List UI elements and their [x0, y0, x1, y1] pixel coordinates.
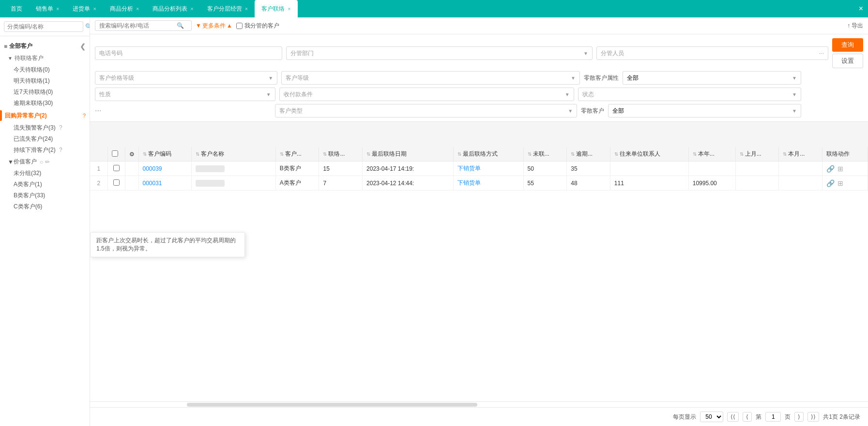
col-unit-contact[interactable]: ⇅ 往来单位联系人 [610, 147, 688, 162]
select-all-checkbox[interactable] [112, 150, 118, 157]
sidebar-lost-warning[interactable]: 流失预警客户(3) ? [0, 122, 90, 133]
row-2-check[interactable] [113, 179, 120, 186]
sidebar-value-section[interactable]: ▼ 价值客户 ○ ✏ [0, 156, 90, 168]
col-last-method[interactable]: ⇅ 最后联络方式 [454, 147, 524, 162]
price-level-filter[interactable]: 客户价格等级 ▼ [95, 71, 277, 85]
next-page-button[interactable]: ⟩ [794, 412, 804, 422]
row-1-checkbox[interactable] [107, 162, 125, 176]
nav-analysis-label: 商品分析 [110, 5, 133, 13]
filter-search-icon[interactable]: 🔍 [177, 22, 184, 29]
col-contact-count[interactable]: ⇅ 联络... [319, 147, 363, 162]
my-customer-checkbox-area[interactable]: 我分管的客户 [236, 22, 279, 30]
page-number-input[interactable] [765, 412, 781, 422]
sidebar-search-area: 🔍 [0, 17, 90, 36]
sidebar-item-overdue[interactable]: 逾期未联络(30) [0, 98, 90, 109]
decreasing-help-icon[interactable]: ? [59, 147, 62, 153]
col-name[interactable]: ⇅ 客户名称 [192, 147, 275, 162]
main-layout: 🔍 ■ 全部客户 ❮ ▼ 待联络客户 今天待联络(0) 明天待联络(1) 近7天… [0, 17, 868, 426]
tri-down-icon: ▼ [8, 56, 13, 61]
nav-analysis-list[interactable]: 商品分析列表 × [146, 0, 200, 17]
nav-purchase-close[interactable]: × [93, 6, 96, 12]
prev-page-button[interactable]: ⟨ [743, 412, 752, 422]
row-2-checkbox[interactable] [107, 176, 125, 191]
gender-filter[interactable]: 性质 ▼ [95, 88, 275, 101]
row-2-code[interactable]: 000031 [138, 176, 192, 191]
sidebar-a-class[interactable]: A类客户(1) [0, 179, 90, 190]
sidebar-lost-customers[interactable]: 已流失客户(24) [0, 133, 90, 145]
payment-filter[interactable]: 收付款条件 ▼ [279, 88, 574, 101]
row-2-grid-icon[interactable]: ⊞ [838, 179, 843, 187]
nav-sales[interactable]: 销售单 × [29, 0, 66, 17]
nav-analysis-list-close[interactable]: × [190, 6, 193, 12]
setting-button[interactable]: 设置 [832, 54, 863, 68]
manager-filter[interactable]: 分管人员 ··· [596, 46, 828, 60]
row-1-check[interactable] [113, 165, 120, 171]
window-close-button[interactable]: × [859, 4, 863, 13]
nav-customer-contact-close[interactable]: × [288, 6, 290, 12]
lost-warning-help-icon[interactable]: ? [59, 124, 62, 131]
last-page-button[interactable]: ⟩⟩ [807, 412, 819, 422]
sidebar-item-today[interactable]: 今天待联络(0) [0, 64, 90, 75]
col-this-month[interactable]: ⇅ 本月... [779, 147, 822, 162]
dots-button[interactable]: ··· [95, 106, 101, 115]
col-this-year[interactable]: ⇅ 本年... [688, 147, 735, 162]
sidebar-search-icon[interactable]: 🔍 [85, 23, 90, 30]
row-2-name [192, 176, 275, 191]
sidebar-repurchase-abnormal[interactable]: 回购异常客户(2) ? [0, 109, 90, 122]
col-code[interactable]: ⇅ 客户编码 [138, 147, 192, 162]
col-last-month[interactable]: ⇅ 上月... [735, 147, 779, 162]
col-level[interactable]: ⇅ 客户... [275, 147, 319, 162]
first-page-button[interactable]: ⟨⟨ [727, 412, 739, 422]
sidebar-all-customers[interactable]: ■ 全部客户 ❮ [0, 40, 90, 52]
repurchase-help-icon[interactable]: ? [83, 113, 86, 118]
row-1-grid-icon[interactable]: ⊞ [838, 165, 843, 173]
phone-filter[interactable]: 电话号码 [95, 46, 282, 60]
nav-purchase[interactable]: 进货单 × [66, 0, 103, 17]
nav-analysis-close[interactable]: × [136, 6, 139, 12]
per-page-label: 每页显示 [673, 413, 696, 421]
nav-customer-tier-close[interactable]: × [245, 6, 248, 12]
sidebar-item-7days[interactable]: 近7天待联络(0) [0, 87, 90, 98]
per-page-select[interactable]: 50 [700, 411, 723, 422]
nav-analysis[interactable]: 商品分析 × [103, 0, 146, 17]
table-settings-icon[interactable]: ⚙ [129, 151, 135, 158]
col-overdue[interactable]: ⇅ 逾期... [567, 147, 610, 162]
row-2-link-icon[interactable]: 🔗 [826, 179, 835, 187]
my-customer-checkbox[interactable] [236, 23, 243, 29]
manager-dots[interactable]: ··· [819, 50, 824, 57]
col-not-contacted[interactable]: ⇅ 未联... [523, 147, 567, 162]
sidebar-pending-section[interactable]: ▼ 待联络客户 [0, 52, 90, 64]
row-1-last-method[interactable]: 下销货单 [454, 162, 524, 176]
value-edit-icon[interactable]: ✏ [45, 159, 50, 165]
row-1-link-icon[interactable]: 🔗 [826, 165, 835, 173]
scrollbar-thumb[interactable] [187, 403, 477, 407]
sidebar-c-class[interactable]: C类客户(6) [0, 201, 90, 212]
row-2-last-method[interactable]: 下销货单 [454, 176, 524, 191]
retail-customer-filter[interactable]: 全部 ▼ [608, 104, 801, 118]
nav-sales-close[interactable]: × [56, 6, 59, 12]
collapse-btn[interactable]: ❮ [80, 43, 86, 50]
sidebar-decreasing[interactable]: 持续下滑客户(2) ? [0, 145, 90, 156]
sidebar-search-input[interactable] [4, 21, 83, 32]
export-button[interactable]: ↑ 导出 [847, 22, 863, 30]
customer-level-filter[interactable]: 客户等级 ▼ [281, 71, 580, 85]
query-button[interactable]: 查询 [832, 38, 863, 52]
col-year-label: 本年... [698, 150, 715, 158]
sidebar-item-tomorrow[interactable]: 明天待联络(1) [0, 75, 90, 87]
nav-customer-contact[interactable]: 客户联络 × [255, 0, 297, 17]
sidebar-b-class[interactable]: B类客户(33) [0, 190, 90, 201]
horizontal-scrollbar[interactable] [90, 401, 868, 407]
more-conditions-button[interactable]: ▼ 更多条件 ▲ [196, 22, 232, 30]
value-circle-icon[interactable]: ○ [40, 159, 43, 165]
row-1-unit-contact [610, 162, 688, 176]
status-filter[interactable]: 状态 ▼ [578, 88, 801, 101]
dept-filter[interactable]: 分管部门 ▼ [286, 46, 593, 60]
col-last-date[interactable]: ⇅ 最后联络日期 [363, 147, 454, 162]
filter-search-input[interactable] [99, 22, 177, 29]
sidebar-ungrouped[interactable]: 未分组(32) [0, 168, 90, 179]
nav-home[interactable]: 首页 [4, 0, 29, 17]
customer-type-filter[interactable]: 客户类型 ▼ [275, 104, 577, 118]
retail-attr-filter[interactable]: 全部 ▼ [623, 71, 801, 85]
row-1-code[interactable]: 000039 [138, 162, 192, 176]
nav-customer-tier[interactable]: 客户分层经营 × [200, 0, 255, 17]
